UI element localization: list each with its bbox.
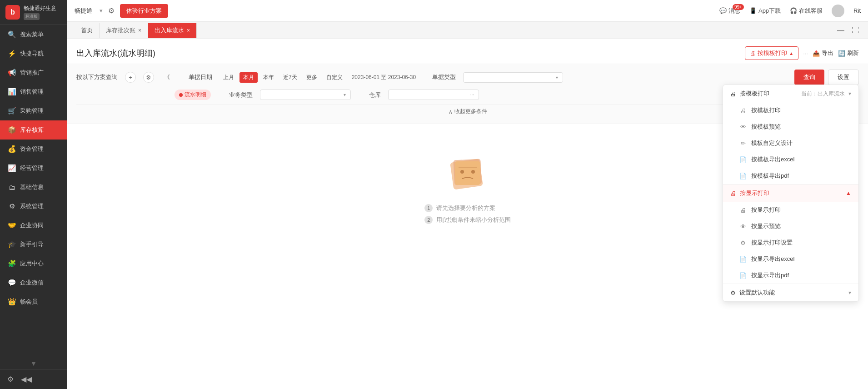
empty-hint-2: 2 用[过滤]条件来缩小分析范围: [424, 216, 510, 224]
topbar-user-display: Rit: [853, 7, 861, 14]
svg-point-4: [471, 170, 475, 174]
date-option-this-year[interactable]: 本年: [259, 72, 278, 83]
sidebar-item-purchase[interactable]: 🛒 采购管理: [0, 101, 67, 120]
filter-tag-dot: [179, 93, 183, 97]
topbar-dropdown-arrow[interactable]: ▾: [100, 7, 103, 14]
display-print-header-label: 按显示打印: [740, 189, 769, 197]
tab-batch[interactable]: 库存批次账 ×: [100, 23, 148, 38]
sidebar-item-finance[interactable]: 💰 资金管理: [0, 140, 67, 159]
template-pdf-item[interactable]: 📄 按模板导出pdf: [723, 168, 858, 184]
sidebar-item-wechat[interactable]: 💬 企业微信: [0, 273, 67, 292]
app-version: 标准版: [24, 13, 40, 20]
date-option-custom[interactable]: 自定义: [323, 72, 346, 83]
sidebar-item-search[interactable]: 🔍 搜索菜单: [0, 25, 67, 44]
template-print-label: 按模板打印: [758, 49, 787, 57]
sidebar-item-guide[interactable]: 🎓 新手引导: [0, 235, 67, 254]
sidebar-item-marketing[interactable]: 📢 营销推广: [0, 63, 67, 82]
sidebar-item-vip[interactable]: 👑 畅会员: [0, 292, 67, 311]
empty-hints: 1 请先选择要分析的方案 2 用[过滤]条件来缩小分析范围: [424, 204, 510, 228]
template-excel-item[interactable]: 📄 按模板导出excel: [723, 151, 858, 168]
tab-maximize-button[interactable]: ⛶: [850, 25, 861, 36]
svg-rect-2: [455, 161, 480, 185]
template-print-item[interactable]: 🖨 按模板打印: [723, 102, 858, 119]
template-custom-item[interactable]: ✏ 模板自定义设计: [723, 135, 858, 151]
empty-hint-1: 1 请先选择要分析的方案: [424, 204, 510, 212]
sidebar-item-label: 系统管理: [20, 202, 44, 210]
tab-home[interactable]: 首页: [75, 23, 100, 38]
page-title: 出入库流水(流水明细): [76, 48, 155, 59]
dropdown-footer[interactable]: ⚙ 设置默认功能 ▾: [723, 284, 858, 301]
display-excel-icon: 📄: [739, 255, 747, 263]
business-type-select[interactable]: ▾: [260, 90, 351, 100]
display-settings-item[interactable]: ⚙ 按显示打印设置: [723, 234, 858, 251]
template-print-item-icon: 🖨: [739, 107, 747, 114]
sidebar-item-apps[interactable]: 🧩 应用中心: [0, 254, 67, 273]
printer-icon: 🖨: [750, 50, 756, 57]
display-settings-label: 按显示打印设置: [751, 239, 793, 247]
refresh-icon: 🔄: [838, 50, 845, 57]
query-button[interactable]: 查询: [794, 70, 824, 85]
warehouse-select[interactable]: ···: [388, 90, 479, 100]
page-header: 出入库流水(流水明细) 🖨 按模板打印 ▲ ··· 📤 导出 🔄 刷新: [67, 39, 868, 64]
filter-tag-liushui[interactable]: 流水明细: [175, 90, 211, 100]
template-preview-item[interactable]: 👁 按模板预览: [723, 119, 858, 135]
template-print-button[interactable]: 🖨 按模板打印 ▲: [745, 46, 798, 60]
display-excel-item[interactable]: 📄 按显示导出excel: [723, 251, 858, 267]
filter-add-button[interactable]: +: [125, 72, 136, 83]
base-icon: 🗂: [7, 183, 16, 192]
sidebar-item-shortcut[interactable]: ⚡ 快捷导航: [0, 44, 67, 63]
tab-inout[interactable]: 出入库流水 ×: [148, 23, 197, 38]
sidebar-item-operations[interactable]: 📈 经营管理: [0, 159, 67, 178]
template-custom-label: 模板自定义设计: [751, 139, 793, 147]
sidebar-item-label: 应用中心: [20, 259, 44, 268]
refresh-button[interactable]: 🔄 刷新: [838, 49, 859, 57]
sidebar-item-sales[interactable]: 📊 销售管理: [0, 82, 67, 101]
export-button[interactable]: 📤 导出: [813, 49, 833, 57]
template-print-arrow[interactable]: ▲: [789, 51, 793, 56]
sidebar-nav: 🔍 搜索菜单 ⚡ 快捷导航 📢 营销推广 📊 销售管理 🛒 采购管理 📦 库存核…: [0, 25, 67, 356]
tab-inout-close[interactable]: ×: [187, 27, 190, 34]
collapse-sidebar-icon[interactable]: ◀◀: [21, 375, 32, 384]
template-section-arrow: ▾: [848, 90, 851, 97]
sidebar-item-inventory[interactable]: 📦 库存核算: [0, 120, 67, 140]
sidebar-scroll-down[interactable]: ▼: [0, 358, 67, 369]
tab-inout-label: 出入库流水: [155, 26, 184, 35]
date-option-7days[interactable]: 近7天: [279, 72, 301, 83]
date-option-more[interactable]: 更多: [303, 72, 321, 83]
filter-setting-button[interactable]: ⚙: [143, 72, 154, 83]
topbar-app-download[interactable]: 📱 App下载: [749, 7, 781, 15]
display-preview-item[interactable]: 👁 按显示预览: [723, 218, 858, 234]
date-option-this-month[interactable]: 本月: [239, 72, 258, 83]
template-print-header-right: 当前：出入库流水 ▾: [801, 90, 851, 98]
bill-type-select[interactable]: ▾: [463, 72, 563, 83]
bill-type-arrow: ▾: [556, 75, 558, 80]
system-icon: ⚙: [7, 202, 16, 211]
tab-minimize-button[interactable]: —: [835, 25, 846, 36]
sidebar-item-base[interactable]: 🗂 基础信息: [0, 178, 67, 197]
settings-bottom-icon[interactable]: ⚙: [7, 375, 14, 384]
template-print-header-icon: 🖨: [730, 90, 736, 97]
template-pdf-icon: 📄: [739, 172, 747, 180]
display-print-header[interactable]: 🖨 按显示打印 ▲: [723, 185, 858, 202]
trial-button[interactable]: 体验行业方案: [120, 4, 168, 18]
display-print-item[interactable]: 🖨 按显示打印: [723, 202, 858, 218]
topbar-online-service[interactable]: 🎧 在线客服: [790, 7, 823, 15]
topbar-gear-icon[interactable]: ⚙: [108, 6, 115, 15]
tab-batch-close[interactable]: ×: [138, 27, 141, 34]
sidebar-item-collab[interactable]: 🤝 企业协同: [0, 216, 67, 235]
template-print-header[interactable]: 🖨 按模板打印 当前：出入库流水 ▾: [723, 85, 858, 102]
search-icon: 🔍: [7, 30, 16, 39]
filter-collapse-button[interactable]: 《: [161, 72, 172, 83]
filter-tag-label: 流水明细: [185, 91, 206, 99]
display-pdf-item[interactable]: 📄 按显示导出pdf: [723, 267, 858, 284]
settings-button[interactable]: 设置: [828, 70, 859, 85]
sidebar-bottom: ⚙ ◀◀: [0, 369, 67, 389]
sidebar: b 畅捷通好生意 标准版 🔍 搜索菜单 ⚡ 快捷导航 📢 营销推广 📊 销售管理…: [0, 0, 67, 389]
date-option-last-month[interactable]: 上月: [219, 72, 238, 83]
avatar[interactable]: [832, 5, 844, 17]
action-divider: ···: [803, 50, 808, 57]
topbar-message[interactable]: 💬 消息 99+: [719, 7, 740, 15]
display-settings-icon: ⚙: [739, 239, 747, 246]
sidebar-item-system[interactable]: ⚙ 系统管理: [0, 197, 67, 216]
vip-icon: 👑: [7, 297, 16, 306]
